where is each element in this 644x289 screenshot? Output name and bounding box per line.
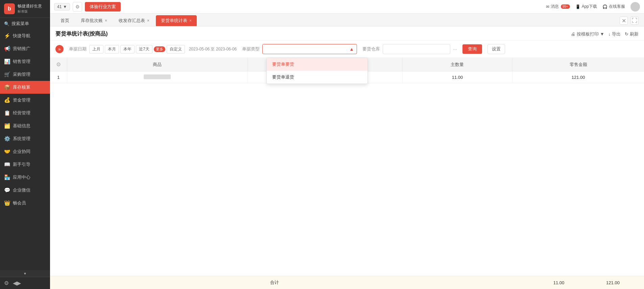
print-btn[interactable]: 🖨 按模板打印 ▼ — [571, 31, 604, 37]
print-label: 按模板打印 — [577, 31, 599, 37]
th-quantity: 主数量 — [402, 58, 512, 71]
user-avatar[interactable] — [630, 2, 640, 12]
sidebar-item-purchase[interactable]: 🛒 采购管理 — [0, 68, 50, 81]
sidebar-item-basic-info[interactable]: 🗂️ 基础信息 — [0, 119, 50, 132]
tab-requisition-stats-close[interactable]: × — [189, 18, 192, 23]
type-select[interactable]: ▲ — [262, 44, 357, 54]
warehouse-filter-label: 要货仓库 — [362, 46, 380, 52]
service-icon: 🎧 — [602, 4, 607, 9]
sidebar-item-vip[interactable]: 👑 畅会员 — [0, 197, 50, 209]
export-btn[interactable]: ↓ 导出 — [609, 31, 621, 37]
tab-receivable-summary[interactable]: 收发存汇总表 × — [114, 15, 154, 26]
more-filters-btn[interactable]: ··· — [453, 46, 457, 52]
brand-sub: 标准版 — [18, 9, 42, 14]
sidebar-item-marketing[interactable]: 📢 营销推广 — [0, 42, 50, 55]
sidebar-item-app-center[interactable]: 🏪 应用中心 — [0, 171, 50, 184]
cell-amount: 121.00 — [512, 71, 644, 83]
sidebar-item-label: 企业协同 — [13, 149, 30, 155]
close-all-tabs-btn[interactable]: ✕ — [620, 17, 628, 25]
filter-bar: » 单据日期 上月 本月 本年 近7天 更多 自定义 2023-05-06 至 … — [50, 41, 644, 58]
tab-requisition-stats[interactable]: 要货单统计表 × — [156, 15, 197, 26]
date-btn-last-7-days[interactable]: 近7天 — [136, 45, 152, 53]
product-blurred — [144, 74, 171, 79]
sidebar-item-label: 采购管理 — [13, 71, 30, 77]
brand-name: 畅捷通好生意 — [18, 4, 42, 9]
footer-amount-cell: 121.00 — [586, 280, 640, 286]
page-header: 要货单统计表(按商品) 🖨 按模板打印 ▼ ↓ 导出 ↻ 刷新 — [50, 26, 644, 41]
search-label: 搜索菜单 — [11, 21, 29, 27]
sidebar-item-enterprise-coop[interactable]: 🤝 企业协同 — [0, 145, 50, 158]
expand-tabs-btn[interactable]: ⛶ — [630, 17, 639, 25]
date-btn-this-month[interactable]: 本月 — [105, 45, 119, 53]
sidebar-item-new-guide[interactable]: 📖 新手引导 — [0, 158, 50, 171]
app-center-icon: 🏪 — [4, 174, 10, 180]
message-badge: 99+ — [561, 4, 570, 9]
tab-receivable-summary-close[interactable]: × — [147, 18, 149, 23]
type-filter-label: 单据类型 — [242, 46, 260, 52]
messages-btn[interactable]: ✉ 消息 99+ — [546, 4, 570, 9]
tab-home-label: 首页 — [61, 18, 69, 24]
collapse-sidebar-icon[interactable]: ◀▶ — [13, 280, 21, 286]
refresh-btn[interactable]: ↻ 刷新 — [625, 31, 639, 37]
date-btn-custom[interactable]: 自定义 — [167, 45, 185, 53]
app-download-btn[interactable]: 📱 App下载 — [575, 4, 597, 9]
more-dates-badge[interactable]: 更多 — [154, 46, 165, 52]
warehouse-input[interactable] — [383, 44, 450, 54]
tabs-actions: ✕ ⛶ — [620, 17, 639, 26]
sidebar-item-operation[interactable]: 📋 经营管理 — [0, 107, 50, 119]
type-filter-section: 单据类型 ▲ — [242, 44, 357, 54]
sidebar-item-label: 营销推广 — [13, 46, 30, 52]
purchase-icon: 🛒 — [4, 71, 10, 77]
dropdown-item-return[interactable]: 要货单退货 — [267, 71, 367, 84]
sidebar-item-sales[interactable]: 📊 销售管理 — [0, 55, 50, 68]
sidebar-item-label: 快捷导航 — [13, 33, 30, 39]
dropdown-item-requisition[interactable]: 要货单要货 — [267, 58, 367, 71]
quick-nav-icon: ⚡ — [4, 33, 10, 39]
sidebar-item-system[interactable]: ⚙️ 系统管理 — [0, 132, 50, 145]
table-config-icon[interactable]: ⚙ — [56, 62, 61, 67]
sidebar-item-enterprise-wechat[interactable]: 💬 企业微信 — [0, 184, 50, 197]
settings-bottom-icon[interactable]: ⚙ — [4, 280, 9, 286]
sidebar-search[interactable]: 🔍 搜索菜单 — [0, 18, 50, 29]
topbar-settings-btn[interactable]: ⚙ — [73, 2, 82, 12]
sidebar-scroll-down[interactable]: ▼ — [0, 270, 50, 277]
sidebar-item-label: 资金管理 — [13, 97, 30, 103]
tab-requisition-stats-label: 要货单统计表 — [161, 18, 187, 24]
sidebar-item-label: 基础信息 — [13, 123, 30, 129]
sidebar-item-finance[interactable]: 💰 资金管理 — [0, 94, 50, 107]
th-product: 商品 — [67, 58, 247, 71]
date-filter-section: 单据日期 上月 本月 本年 近7天 更多 自定义 2023-05-06 至 20… — [69, 45, 237, 53]
filter-expand-btn[interactable]: » — [55, 45, 64, 53]
date-btn-this-year[interactable]: 本年 — [120, 45, 135, 53]
filter-settings-btn[interactable]: 设置 — [487, 44, 505, 54]
sidebar-logo: b 畅捷通好生意 标准版 — [0, 0, 50, 18]
cell-seq: 1 — [50, 71, 67, 83]
type-select-value — [265, 47, 267, 52]
cell-product — [67, 71, 247, 83]
sidebar-brand: 畅捷通好生意 标准版 — [18, 4, 42, 14]
sidebar-item-label: 销售管理 — [13, 59, 30, 65]
tab-inventory-batch-close[interactable]: × — [105, 18, 107, 23]
sidebar-item-label: 经营管理 — [13, 110, 30, 116]
operation-icon: 📋 — [4, 110, 10, 116]
footer-quantity: 11.00 — [553, 280, 565, 285]
sidebar-item-label: 企业微信 — [13, 187, 30, 193]
sidebar: b 畅捷通好生意 标准版 🔍 搜索菜单 ⚡ 快捷导航 📢 营销推广 📊 销售管理… — [0, 0, 50, 289]
store-selector[interactable]: 41 ▼ — [54, 3, 70, 10]
tab-inventory-batch[interactable]: 库存批次账 × — [76, 15, 112, 26]
tab-inventory-batch-label: 库存批次账 — [81, 18, 103, 24]
footer-quantity-cell: 11.00 — [532, 280, 586, 286]
tab-home[interactable]: 首页 — [55, 15, 74, 26]
tab-receivable-summary-label: 收发存汇总表 — [119, 18, 145, 24]
sidebar-item-label: 应用中心 — [13, 174, 30, 180]
sidebar-item-inventory[interactable]: 📦 库存核算 — [0, 81, 50, 94]
date-btn-last-month[interactable]: 上月 — [89, 45, 103, 53]
online-service-btn[interactable]: 🎧 在线客服 — [602, 4, 625, 9]
table-container: ⚙ 商品 主计量单位 主数量 零售金额 — [50, 58, 644, 276]
page-actions: 🖨 按模板打印 ▼ ↓ 导出 ↻ 刷新 — [571, 31, 639, 37]
query-btn[interactable]: 查询 — [462, 44, 482, 54]
online-service-label: 在线客服 — [609, 4, 625, 9]
trial-btn[interactable]: 体验行业方案 — [85, 2, 121, 12]
sidebar-item-quick-nav[interactable]: ⚡ 快捷导航 — [0, 29, 50, 42]
footer-unit-cell — [478, 280, 532, 286]
